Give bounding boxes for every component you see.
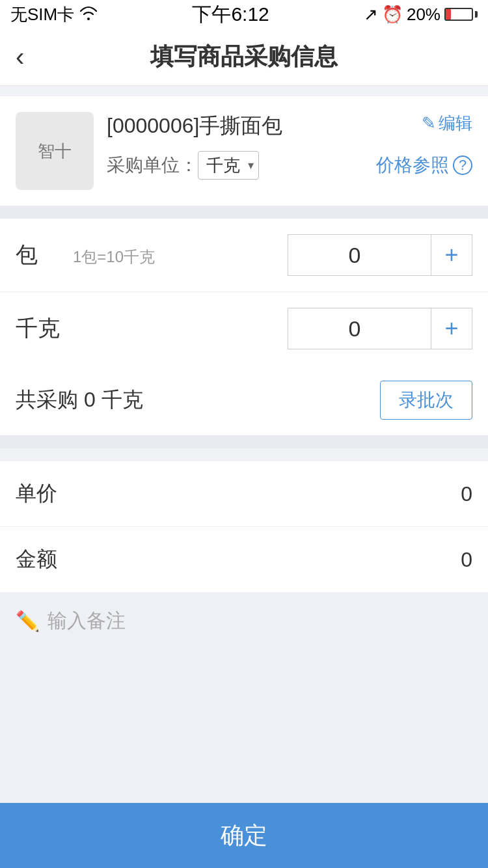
product-thumbnail: 智十 (16, 112, 94, 190)
amount-label: 金额 (16, 545, 57, 574)
page-title: 填写商品采购信息 (150, 41, 338, 73)
question-icon: ? (453, 156, 472, 175)
no-sim-label: 无SIM卡 (10, 3, 74, 26)
batch-button[interactable]: 录批次 (380, 381, 472, 420)
total-text: 共采购 0 千克 (16, 386, 143, 414)
bag-label-group: 包 1包=10千克 (16, 240, 155, 270)
product-unit-row: 采购单位： 千克 包 ▾ 价格参照 ? (107, 151, 472, 180)
product-logo: 智十 (38, 140, 72, 163)
product-info: [0000006]手撕面包 ✎ 编辑 采购单位： 千克 包 ▾ (107, 112, 472, 180)
amount-row: 金额 0 (0, 527, 488, 592)
kg-label: 千克 (16, 314, 68, 344)
unit-price-label: 单价 (16, 480, 57, 508)
wifi-icon (79, 5, 98, 25)
edit-button[interactable]: ✎ 编辑 (422, 112, 472, 135)
bag-plus-button[interactable]: + (431, 234, 472, 276)
section-divider-2 (0, 435, 488, 448)
location-icon: ↗ (364, 5, 378, 25)
bag-quantity-input[interactable] (288, 234, 431, 276)
confirm-button[interactable]: 确定 (0, 803, 488, 868)
unit-label: 采购单位： (107, 153, 198, 178)
product-header: [0000006]手撕面包 ✎ 编辑 (107, 112, 472, 141)
bag-label: 包 (16, 240, 68, 270)
battery-icon (444, 8, 478, 21)
edit-icon: ✎ (422, 113, 436, 133)
unit-select[interactable]: 千克 包 (198, 151, 259, 180)
kg-input-row: 千克 + (0, 292, 488, 365)
status-left: 无SIM卡 (10, 3, 98, 26)
total-amount: 0 (84, 388, 96, 411)
battery-percent: 20% (407, 5, 441, 25)
kg-quantity-input[interactable] (288, 308, 431, 349)
unit-price-row: 单价 0 (0, 461, 488, 527)
total-prefix: 共采购 (16, 388, 78, 411)
edit-label: 编辑 (439, 112, 472, 135)
alarm-icon: ⏰ (382, 5, 403, 25)
product-name: [0000006]手撕面包 (107, 112, 422, 141)
bag-sublabel: 1包=10千克 (73, 247, 155, 267)
kg-input-right: + (288, 308, 472, 349)
price-section: 单价 0 金额 0 (0, 461, 488, 592)
kg-plus-button[interactable]: + (431, 308, 472, 349)
section-divider-1 (0, 206, 488, 219)
price-ref-label: 价格参照 (376, 153, 449, 178)
product-card: 智十 [0000006]手撕面包 ✎ 编辑 采购单位： 千克 包 (0, 96, 488, 206)
back-button[interactable]: ‹ (16, 42, 24, 72)
status-bar: 无SIM卡 下午6:12 ↗ ⏰ 20% (0, 0, 488, 29)
pencil-icon: ✏️ (16, 610, 40, 632)
unit-select-wrapper[interactable]: 千克 包 ▾ (198, 151, 259, 180)
remark-placeholder: 输入备注 (47, 608, 126, 634)
total-unit: 千克 (102, 388, 143, 411)
nav-bar: ‹ 填写商品采购信息 (0, 29, 488, 86)
bag-input-right: + (288, 234, 472, 276)
status-right: ↗ ⏰ 20% (364, 5, 478, 25)
total-row: 共采购 0 千克 录批次 (0, 365, 488, 435)
price-ref-button[interactable]: 价格参照 ? (376, 153, 472, 178)
bag-input-row: 包 1包=10千克 + (0, 219, 488, 292)
input-section: 包 1包=10千克 + 千克 + (0, 219, 488, 365)
amount-value: 0 (461, 548, 472, 572)
remark-section[interactable]: ✏️ 输入备注 (0, 592, 488, 650)
status-time: 下午6:12 (192, 1, 269, 28)
unit-price-value: 0 (461, 482, 472, 506)
